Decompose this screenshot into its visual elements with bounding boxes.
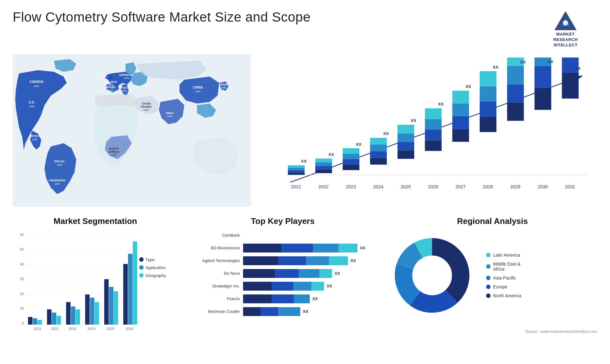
svg-text:xx%: xx% [121, 89, 126, 92]
svg-text:XX: XX [465, 84, 471, 89]
player-row-flowjo: FlowJo XX [184, 294, 381, 303]
svg-text:2022: 2022 [51, 327, 59, 331]
page-title: Flow Cytometry Software Market Size and … [13, 10, 311, 25]
svg-text:2021: 2021 [34, 327, 41, 331]
legend-label-mea: Middle East &Africa [493, 261, 520, 272]
player-row-cytobank: CytoBank [184, 231, 381, 240]
svg-rect-48 [397, 150, 414, 159]
svg-text:2024: 2024 [373, 184, 383, 189]
svg-rect-72 [507, 103, 524, 121]
legend-item-apac: Asia Pacific [486, 275, 521, 280]
player-name: De Novo [184, 271, 240, 276]
svg-text:xx%: xx% [108, 89, 113, 92]
map-label-france: FRANCE [105, 80, 117, 84]
player-bar [243, 269, 332, 278]
legend-dot-mea [486, 264, 491, 269]
legend-label-apac: Asia Pacific [493, 275, 516, 280]
map-label-india: INDIA [166, 111, 174, 115]
map-label-us: U.S. [29, 101, 35, 104]
svg-text:2025: 2025 [107, 327, 114, 331]
segmentation-chart: 0 10 20 30 40 50 60 2021 [13, 231, 178, 336]
legend-dot-apac [486, 276, 491, 280]
svg-text:40: 40 [20, 262, 24, 266]
svg-rect-31 [315, 166, 332, 170]
svg-rect-32 [315, 162, 332, 165]
svg-text:20: 20 [20, 292, 24, 296]
svg-rect-56 [425, 119, 442, 130]
map-label-argentina: ARGENTINA [49, 179, 66, 182]
svg-text:2026: 2026 [428, 184, 438, 189]
logo-icon [553, 10, 578, 32]
header: Flow Cytometry Software Market Size and … [13, 10, 597, 48]
svg-text:XX: XX [356, 142, 362, 147]
svg-rect-62 [452, 103, 469, 116]
legend-label-na: North America [493, 293, 521, 298]
player-bar [243, 294, 310, 303]
svg-rect-127 [133, 241, 137, 325]
svg-rect-61 [452, 116, 469, 129]
svg-rect-27 [288, 165, 305, 168]
svg-rect-125 [123, 264, 128, 325]
svg-rect-44 [370, 145, 387, 151]
svg-rect-111 [57, 316, 61, 325]
player-name: Agilent Technologies [184, 258, 240, 263]
svg-point-129 [139, 257, 144, 262]
svg-rect-33 [315, 158, 332, 162]
svg-rect-63 [452, 91, 469, 103]
svg-rect-43 [370, 151, 387, 158]
svg-rect-118 [90, 298, 94, 325]
svg-text:30: 30 [20, 277, 24, 281]
svg-rect-51 [397, 125, 414, 133]
svg-text:2026: 2026 [126, 327, 133, 331]
player-row-beckman: Beckman Coulter XX [184, 307, 381, 316]
player-name: BD Biosciences [184, 246, 240, 250]
svg-text:xx%: xx% [57, 163, 62, 166]
player-name: FlowJo [184, 296, 240, 301]
svg-rect-39 [343, 148, 360, 153]
donut-chart-svg [388, 231, 477, 320]
svg-text:60: 60 [20, 233, 24, 237]
svg-text:0: 0 [22, 321, 24, 325]
svg-rect-110 [52, 313, 56, 325]
player-value: XX [350, 258, 356, 263]
svg-text:xx%: xx% [29, 105, 34, 108]
svg-text:2028: 2028 [483, 184, 493, 189]
svg-rect-42 [370, 158, 387, 165]
svg-rect-66 [480, 117, 497, 132]
player-bar-wrap: XX [243, 307, 381, 316]
svg-text:XX: XX [548, 59, 553, 64]
player-value: XX [327, 284, 332, 288]
logo-text: MARKET RESEARCH INTELLECT [553, 32, 578, 48]
world-map-svg: CANADA xx% U.S. xx% MEXICO xx% BRAZIL xx… [13, 54, 251, 207]
player-name: Stratedigm Inc. [184, 284, 240, 288]
legend-dot-latin [486, 253, 491, 257]
svg-rect-38 [343, 154, 360, 159]
map-label-brazil: BRAZIL [55, 160, 65, 163]
legend-dot-na [486, 293, 491, 298]
player-bar [243, 307, 300, 316]
svg-rect-69 [480, 71, 497, 86]
bottom-section: Market Segmentation 0 10 20 30 40 50 60 [13, 216, 597, 364]
player-row-denovo: De Novo XX [184, 269, 381, 278]
source-text: Source : www.marketresearchintellect.com [388, 329, 597, 334]
map-label-southafrica: SOUTH [109, 147, 119, 150]
legend-label-europe: Europe [493, 284, 507, 289]
map-label-saudi: SAUDI [142, 102, 151, 105]
top-section: CANADA xx% U.S. xx% MEXICO xx% BRAZIL xx… [13, 54, 597, 207]
player-row-stratedigm: Stratedigm Inc. XX [184, 282, 381, 291]
player-bar-wrap: XX [243, 269, 381, 278]
legend-label-latin: Latin America [493, 253, 520, 258]
svg-rect-55 [425, 130, 442, 140]
map-label-spain: SPAIN [106, 86, 115, 89]
player-bar-wrap: XX [243, 244, 381, 253]
legend-item-na: North America [486, 293, 521, 298]
svg-text:xx%: xx% [124, 77, 129, 80]
svg-text:XX: XX [575, 66, 581, 71]
svg-rect-36 [343, 165, 360, 170]
segmentation-container: Market Segmentation 0 10 20 30 40 50 60 [13, 216, 178, 364]
svg-text:2027: 2027 [455, 184, 465, 189]
legend-item-mea: Middle East &Africa [486, 261, 521, 272]
svg-rect-115 [76, 309, 80, 325]
map-label-japan: JAPAN [219, 83, 228, 86]
svg-text:XX: XX [301, 158, 307, 163]
